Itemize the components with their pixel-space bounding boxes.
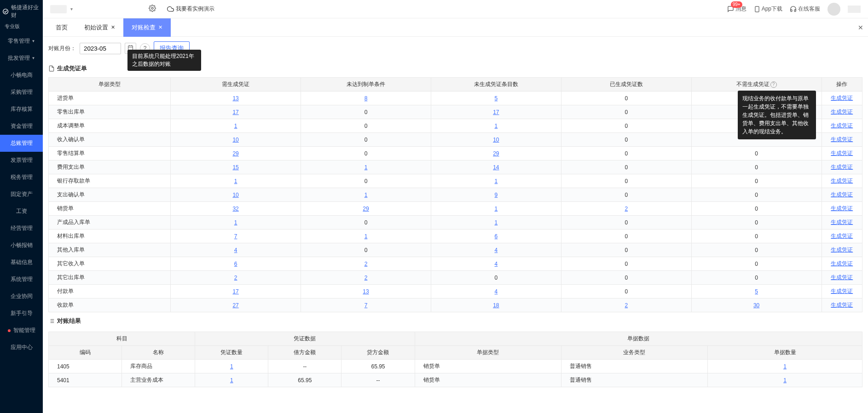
sidebar-item[interactable]: 总账管理 <box>0 135 43 152</box>
value-link[interactable]: 1 <box>365 164 368 171</box>
generate-voucher-link[interactable]: 生成凭证 <box>831 136 853 143</box>
sidebar-item[interactable]: 基础信息 <box>0 254 43 271</box>
sidebar-item[interactable]: 新手引导 <box>0 305 43 322</box>
value-link[interactable]: 5 <box>755 288 758 295</box>
value-link[interactable]: 27 <box>232 302 238 309</box>
value-link[interactable]: 4 <box>495 247 498 253</box>
sidebar-item[interactable]: 固定资产 <box>0 186 43 203</box>
close-icon[interactable]: ✕ <box>158 24 162 30</box>
value-link[interactable]: 1 <box>495 178 498 184</box>
value-link[interactable]: 17 <box>493 109 499 115</box>
org-selector[interactable]: ▾ <box>50 5 142 13</box>
value-link[interactable]: 2 <box>625 302 628 309</box>
value-link[interactable]: 1 <box>230 377 233 384</box>
sidebar-item[interactable]: 小畅报销 <box>0 237 43 254</box>
value-link[interactable]: 18 <box>493 302 499 309</box>
value-link[interactable]: 2 <box>365 261 368 267</box>
generate-voucher-link[interactable]: 生成凭证 <box>831 122 853 129</box>
generate-voucher-link[interactable]: 生成凭证 <box>831 274 853 281</box>
value-link[interactable]: 2 <box>625 206 628 212</box>
value-link[interactable]: 13 <box>363 288 369 295</box>
customer-service-button[interactable]: 在线客服 <box>790 5 820 13</box>
value-link[interactable]: 1 <box>234 219 237 226</box>
generate-voucher-link[interactable]: 生成凭证 <box>831 109 853 115</box>
sidebar-item[interactable]: 智能管理 <box>0 322 43 339</box>
value-link[interactable]: 1 <box>495 219 498 226</box>
value-link[interactable]: 29 <box>363 206 369 212</box>
value-link[interactable]: 10 <box>232 137 238 143</box>
generate-voucher-link[interactable]: 生成凭证 <box>831 288 853 294</box>
value-link[interactable]: 4 <box>495 288 498 295</box>
value-link[interactable]: 8 <box>365 95 368 102</box>
value-link[interactable]: 1 <box>230 363 233 370</box>
generate-voucher-link[interactable]: 生成凭证 <box>831 205 853 212</box>
generate-voucher-link[interactable]: 生成凭证 <box>831 178 853 184</box>
cell-value: 销货单 <box>415 360 561 373</box>
sidebar-item[interactable]: 批发管理▼ <box>0 50 43 67</box>
value-link[interactable]: 6 <box>495 233 498 240</box>
value-link[interactable]: 32 <box>232 206 238 212</box>
value-link[interactable]: 17 <box>232 288 238 295</box>
value-link[interactable]: 2 <box>234 275 237 281</box>
month-input[interactable] <box>80 43 121 54</box>
messages-button[interactable]: 消息 99+ <box>727 5 746 13</box>
generate-voucher-link[interactable]: 生成凭证 <box>831 150 853 156</box>
value-link[interactable]: 29 <box>232 150 238 157</box>
sidebar-item[interactable]: 经营管理 <box>0 220 43 237</box>
value-link[interactable]: 1 <box>783 377 787 384</box>
value-link[interactable]: 7 <box>365 302 368 309</box>
value-link[interactable]: 5 <box>495 95 498 102</box>
sidebar-item[interactable]: 资金管理 <box>0 118 43 135</box>
tab[interactable]: 初始设置✕ <box>76 18 123 37</box>
sidebar-item[interactable]: 采购管理 <box>0 84 43 101</box>
app-download-button[interactable]: App下载 <box>754 5 782 13</box>
value-link[interactable]: 6 <box>234 261 237 267</box>
value-link[interactable]: 1 <box>783 363 787 370</box>
value-link[interactable]: 15 <box>232 164 238 171</box>
value-link[interactable]: 14 <box>493 164 499 171</box>
tab[interactable]: 对账检查✕ <box>123 18 171 37</box>
value-link[interactable]: 1 <box>365 233 368 240</box>
sidebar-item[interactable]: 发票管理 <box>0 152 43 169</box>
generate-voucher-link[interactable]: 生成凭证 <box>831 95 853 101</box>
sidebar-item[interactable]: 应用中心 <box>0 339 43 356</box>
tab[interactable]: 首页 <box>47 18 76 37</box>
avatar[interactable] <box>827 3 840 16</box>
sidebar-item[interactable]: 工资 <box>0 203 43 220</box>
value-link[interactable]: 10 <box>493 137 499 143</box>
sidebar-item[interactable]: 零售管理▼ <box>0 33 43 50</box>
cell-value: 10 <box>171 133 301 147</box>
value-link[interactable]: 9 <box>495 192 498 198</box>
generate-voucher-link[interactable]: 生成凭证 <box>831 164 853 170</box>
sidebar-item[interactable]: 小畅电商 <box>0 67 43 84</box>
value-link[interactable]: 1 <box>495 206 498 212</box>
value-link[interactable]: 30 <box>753 302 759 309</box>
value-link[interactable]: 17 <box>232 109 238 115</box>
gear-icon[interactable] <box>149 5 156 13</box>
generate-voucher-link[interactable]: 生成凭证 <box>831 260 853 267</box>
value-link[interactable]: 13 <box>232 95 238 102</box>
sidebar-item[interactable]: 企业协同 <box>0 288 43 305</box>
value-link[interactable]: 4 <box>234 247 237 253</box>
value-link[interactable]: 4 <box>495 261 498 267</box>
value-link[interactable]: 29 <box>493 150 499 157</box>
value-link[interactable]: 1 <box>234 178 237 184</box>
generate-voucher-link[interactable]: 生成凭证 <box>831 302 853 308</box>
value-link[interactable]: 1 <box>495 123 498 129</box>
generate-voucher-link[interactable]: 生成凭证 <box>831 233 853 239</box>
close-all-tabs-icon[interactable]: ✕ <box>858 24 863 31</box>
generate-voucher-link[interactable]: 生成凭证 <box>831 247 853 253</box>
demo-link[interactable]: 我要看实例演示 <box>167 5 214 13</box>
sidebar-item[interactable]: 库存核算 <box>0 101 43 118</box>
sidebar-item[interactable]: 税务管理 <box>0 169 43 186</box>
value-link[interactable]: 1 <box>365 192 368 198</box>
info-icon[interactable]: ? <box>770 81 777 88</box>
close-icon[interactable]: ✕ <box>111 24 115 30</box>
value-link[interactable]: 1 <box>234 123 237 129</box>
value-link[interactable]: 10 <box>232 192 238 198</box>
generate-voucher-link[interactable]: 生成凭证 <box>831 219 853 225</box>
value-link[interactable]: 2 <box>365 275 368 281</box>
sidebar-item[interactable]: 系统管理 <box>0 271 43 288</box>
value-link[interactable]: 7 <box>234 233 237 240</box>
generate-voucher-link[interactable]: 生成凭证 <box>831 191 853 198</box>
